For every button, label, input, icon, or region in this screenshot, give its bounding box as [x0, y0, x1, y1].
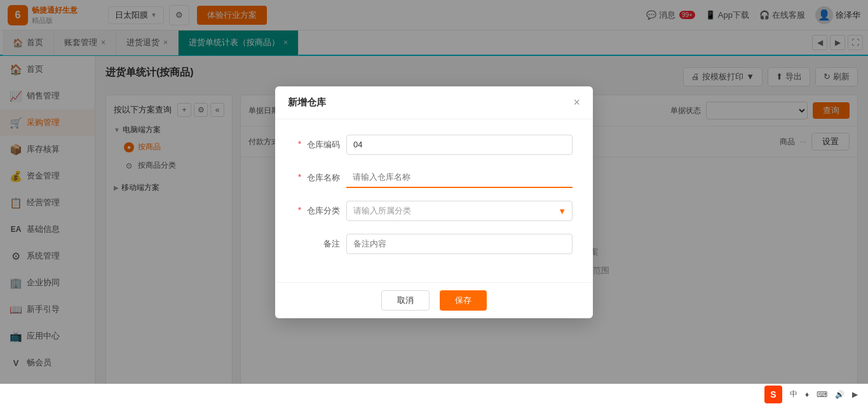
status-bar: S 中 ♦ ⌨ 🔊 ▶ [0, 384, 868, 404]
remark-input[interactable] [346, 234, 573, 254]
form-row-code: 仓库编码 [295, 135, 573, 155]
form-label-code: 仓库编码 [295, 139, 346, 151]
form-row-name: 仓库名称 [295, 168, 573, 188]
status-item-lang[interactable]: 中 [790, 389, 797, 400]
form-label-remark: 备注 [295, 238, 346, 250]
status-item-dot: ♦ [805, 390, 809, 399]
form-row-remark: 备注 [295, 234, 573, 254]
cancel-button[interactable]: 取消 [381, 290, 430, 311]
s-brand-logo: S [764, 386, 782, 403]
modal-overlay: 新增仓库 × 仓库编码 仓库名称 仓库分类 请输入所属分类 ▼ [0, 0, 868, 404]
dialog-close-button[interactable]: × [573, 97, 580, 108]
form-row-category: 仓库分类 请输入所属分类 ▼ [295, 201, 573, 221]
save-button[interactable]: 保存 [440, 290, 487, 311]
status-item-sound[interactable]: 🔊 [835, 390, 844, 399]
warehouse-category-wrap: 请输入所属分类 ▼ [346, 201, 573, 221]
status-item-play[interactable]: ▶ [852, 390, 858, 399]
warehouse-code-input[interactable] [346, 135, 573, 155]
dialog-title: 新增仓库 [288, 97, 326, 109]
form-label-category: 仓库分类 [295, 205, 346, 217]
dialog-footer: 取消 保存 [275, 282, 593, 318]
dialog-body: 仓库编码 仓库名称 仓库分类 请输入所属分类 ▼ 备注 [275, 119, 593, 282]
status-item-keyboard[interactable]: ⌨ [817, 390, 827, 399]
warehouse-name-input[interactable] [346, 168, 573, 188]
dialog-header: 新增仓库 × [275, 86, 593, 119]
dialog-new-warehouse: 新增仓库 × 仓库编码 仓库名称 仓库分类 请输入所属分类 ▼ [275, 86, 593, 318]
form-label-name: 仓库名称 [295, 172, 346, 184]
warehouse-category-select[interactable]: 请输入所属分类 [346, 201, 573, 221]
